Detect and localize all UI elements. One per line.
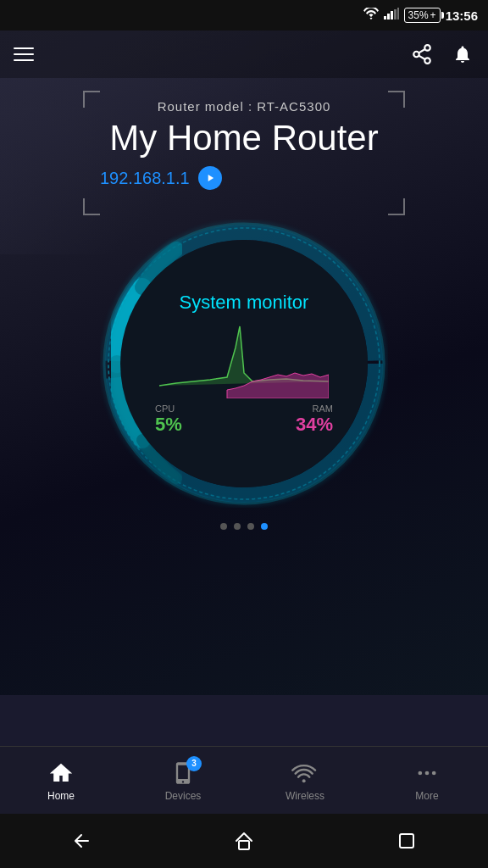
devices-badge: 3 [186,756,202,771]
svg-rect-1 [387,14,390,19]
svg-point-6 [413,52,419,58]
performance-chart [159,322,329,398]
bracket-tl [83,91,100,108]
svg-point-18 [419,771,423,775]
svg-rect-22 [400,834,413,848]
bottom-nav: Home 3 Devices Wireless [0,746,488,814]
ram-label: RAM [313,403,333,414]
cpu-value: 5% [155,414,182,436]
svg-rect-21 [239,841,249,849]
nav-item-devices[interactable]: 3 Devices [122,760,244,802]
toolbar [0,31,488,78]
battery-percentage: 35% [408,9,429,21]
svg-line-8 [419,56,424,59]
more-icon [413,760,441,787]
nav-label-more: More [415,790,438,802]
dot-4[interactable] [261,523,268,530]
android-home-button[interactable] [227,824,261,858]
ip-row: 192.168.1.1 [100,166,388,190]
bracket-bl [83,198,100,215]
ip-address: 192.168.1.1 [100,169,190,188]
signal-icon [384,8,399,23]
nav-label-wireless: Wireless [286,790,324,802]
home-icon [47,760,75,787]
bracket-br [388,198,405,215]
nav-label-home: Home [47,790,75,802]
status-bar: 35% + 13:56 [0,0,488,31]
svg-rect-3 [394,9,396,19]
system-monitor-widget: System monitor CPU 5% RAM 34% [100,220,388,508]
devices-icon: 3 [169,760,197,787]
clock: 13:56 [446,8,478,23]
ram-value: 34% [296,414,333,436]
notification-button[interactable] [451,42,474,66]
wifi-icon [363,8,379,23]
svg-point-20 [432,771,436,775]
ram-section: RAM 34% [296,403,333,436]
svg-point-19 [425,771,430,775]
svg-rect-4 [397,8,399,19]
android-back-button[interactable] [64,824,98,858]
svg-point-7 [424,58,430,64]
pagination-dots [220,523,268,530]
dot-2[interactable] [234,523,241,530]
svg-rect-2 [391,11,393,19]
status-icons: 35% + 13:56 [363,8,478,23]
nav-item-more[interactable]: More [366,760,488,802]
android-recents-button[interactable] [390,824,424,858]
svg-point-17 [302,779,306,782]
toolbar-right [410,42,474,66]
bracket-tr [388,91,405,108]
cpu-ram-stats: CPU 5% RAM 34% [155,403,333,436]
dot-1[interactable] [220,523,227,530]
wireless-icon [291,760,319,787]
charging-icon: + [430,9,436,21]
dot-3[interactable] [247,523,254,530]
svg-line-9 [419,49,424,53]
menu-button[interactable] [14,47,34,61]
system-monitor-title: System monitor [180,292,309,314]
android-navbar [0,814,488,868]
nav-item-wireless[interactable]: Wireless [244,760,366,802]
share-button[interactable] [410,42,434,66]
main-content: Router model : RT-AC5300 My Home Router … [0,78,488,530]
router-name: My Home Router [100,119,388,158]
nav-item-home[interactable]: Home [0,760,122,802]
cpu-section: CPU 5% [155,403,182,436]
svg-point-5 [424,45,430,51]
battery-indicator: 35% + [404,8,441,23]
monitor-inner: System monitor CPU 5% RAM 34% [120,240,368,487]
nav-label-devices: Devices [165,790,202,802]
router-model: Router model : RT-AC5300 [100,99,388,114]
ip-navigate-button[interactable] [198,166,222,190]
svg-rect-0 [384,16,386,19]
cpu-label: CPU [155,403,175,414]
